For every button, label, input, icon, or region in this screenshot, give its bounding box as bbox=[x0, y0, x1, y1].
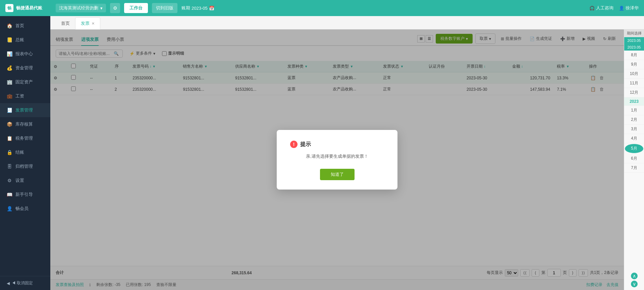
calendar-icon[interactable]: 📅 bbox=[209, 6, 214, 11]
period-panel: 期间选择 2023.05 2023.05 8月 9月 10月 11月 12月 2… bbox=[624, 29, 644, 290]
sidebar-item-inventory[interactable]: 📦 库存核算 bbox=[0, 117, 50, 131]
content-area: 销项发票 进项发票 费用小票 ⊞ ☰ 税务数字账户 ▾ bbox=[50, 29, 624, 290]
member-icon: 👤 bbox=[7, 206, 12, 211]
sidebar-item-closing[interactable]: 🔒 结账 bbox=[0, 145, 50, 159]
topbar-right: 🎧 人工咨询 👤 徐泽华 bbox=[589, 5, 639, 11]
sidebar-item-label: 库存核算 bbox=[15, 121, 33, 127]
alert-dialog: ! 提示 亲,请先选择要生成单据的发票！ 知道了 bbox=[277, 130, 397, 190]
period-panel-title: 期间选择 bbox=[624, 29, 644, 37]
assets-icon: 🏢 bbox=[7, 79, 12, 85]
period-month-6[interactable]: 6月 bbox=[624, 154, 644, 163]
user-avatar-icon: 👤 bbox=[619, 6, 624, 11]
funds-icon: 💰 bbox=[7, 65, 12, 71]
dialog-message: 亲,请先选择要生成单据的发票！ bbox=[306, 153, 368, 159]
sidebar-collapse-btn[interactable]: ◀ ◀ 取消固定 bbox=[0, 276, 50, 290]
company-dropdown-icon: ▾ bbox=[100, 6, 103, 11]
tab-home-label: 首页 bbox=[61, 20, 70, 26]
sidebar-item-label: 工资 bbox=[15, 93, 24, 99]
company-name: 沈海英测试经营勿删 bbox=[59, 5, 98, 11]
app-name: 畅捷通易代账 bbox=[16, 5, 42, 11]
period-month-9[interactable]: 9月 bbox=[624, 60, 644, 69]
sidebar-nav: 🏠 首页 📒 总账 📊 报表中心 💰 资金管理 🏢 固定资产 💼 工资 🧾 发票… bbox=[0, 16, 50, 276]
period-month-11[interactable]: 11月 bbox=[624, 79, 644, 88]
settings-icon: ⚙ bbox=[7, 178, 12, 183]
tax-icon: 📋 bbox=[7, 136, 12, 141]
sidebar-item-funds[interactable]: 💰 资金管理 bbox=[0, 61, 50, 75]
service-btn[interactable]: 🎧 人工咨询 bbox=[589, 5, 613, 11]
service-icon: 🎧 bbox=[589, 6, 595, 11]
period-month-3[interactable]: 3月 bbox=[624, 125, 644, 134]
logo-icon: 畅 bbox=[5, 4, 13, 12]
sidebar-item-archive[interactable]: 🗄 归档管理 bbox=[0, 159, 50, 173]
period-year-2023: 2023 bbox=[624, 97, 644, 106]
sidebar-item-assets[interactable]: 🏢 固定资产 bbox=[0, 75, 50, 89]
app-logo: 畅 畅捷通易代账 bbox=[0, 0, 50, 16]
sidebar-item-label: 设置 bbox=[15, 177, 24, 184]
old-version-btn[interactable]: 切到旧版 bbox=[152, 3, 177, 13]
reports-icon: 📊 bbox=[7, 51, 12, 57]
sidebar: 畅 畅捷通易代账 🏠 首页 📒 总账 📊 报表中心 💰 资金管理 🏢 固定资产 … bbox=[0, 0, 50, 290]
archive-icon: 🗄 bbox=[7, 164, 12, 169]
period-month-7[interactable]: 7月 bbox=[624, 163, 644, 173]
sidebar-item-label: 总账 bbox=[15, 37, 24, 43]
company-selector[interactable]: 沈海英测试经营勿删 ▾ bbox=[56, 4, 106, 12]
topbar: 沈海英测试经营勿删 ▾ ⚙ 工作台 切到旧版 账期 2023-05 📅 🎧 人工… bbox=[50, 0, 644, 16]
sidebar-item-label: 结账 bbox=[15, 149, 24, 155]
dialog-warning-icon: ! bbox=[290, 141, 298, 148]
sidebar-item-label: 发票管理 bbox=[15, 107, 33, 113]
home-icon: 🏠 bbox=[7, 23, 12, 28]
period-scroll-down[interactable]: ∨ bbox=[631, 281, 638, 287]
period-month-8[interactable]: 8月 bbox=[624, 51, 644, 60]
period-year-2022b: 2023.05 bbox=[624, 44, 644, 51]
tab-home[interactable]: 首页 bbox=[56, 18, 75, 29]
period-scroll-up[interactable]: ∧ bbox=[631, 273, 638, 279]
inventory-icon: 📦 bbox=[7, 122, 12, 127]
sidebar-item-tax[interactable]: 📋 税务管理 bbox=[0, 131, 50, 145]
period-month-5[interactable]: 5月 bbox=[625, 144, 643, 153]
sidebar-item-ledger[interactable]: 📒 总账 bbox=[0, 33, 50, 47]
sidebar-item-invoice[interactable]: 🧾 发票管理 bbox=[0, 103, 50, 117]
sidebar-item-label: 报表中心 bbox=[15, 51, 33, 57]
sidebar-item-member[interactable]: 👤 畅会员 bbox=[0, 202, 50, 216]
sidebar-item-settings[interactable]: ⚙ 设置 bbox=[0, 173, 50, 188]
period-month-4[interactable]: 4月 bbox=[624, 134, 644, 143]
period-year-2022: 2023.05 bbox=[624, 37, 644, 44]
sidebar-item-payroll[interactable]: 💼 工资 bbox=[0, 89, 50, 103]
sidebar-item-reports[interactable]: 📊 报表中心 bbox=[0, 47, 50, 61]
period-month-10[interactable]: 10月 bbox=[624, 69, 644, 79]
sidebar-item-guide[interactable]: 📖 新手引导 bbox=[0, 188, 50, 202]
tab-invoice[interactable]: 发票 ✕ bbox=[75, 17, 100, 29]
dialog-title: 提示 bbox=[300, 141, 311, 148]
sidebar-item-label: 归档管理 bbox=[15, 163, 33, 169]
period-month-12[interactable]: 12月 bbox=[624, 88, 644, 97]
sidebar-item-home[interactable]: 🏠 首页 bbox=[0, 19, 50, 33]
dialog-title-row: ! 提示 bbox=[290, 141, 311, 148]
company-settings-btn[interactable]: ⚙ bbox=[110, 3, 120, 13]
collapse-icon: ◀ bbox=[7, 281, 10, 286]
ledger-icon: 📒 bbox=[7, 37, 12, 43]
main-area: 沈海英测试经营勿删 ▾ ⚙ 工作台 切到旧版 账期 2023-05 📅 🎧 人工… bbox=[50, 0, 644, 290]
tabbar: 首页 发票 ✕ bbox=[50, 16, 644, 29]
settings-icon: ⚙ bbox=[113, 5, 117, 11]
guide-icon: 📖 bbox=[7, 192, 12, 197]
dialog-confirm-btn[interactable]: 知道了 bbox=[320, 169, 355, 180]
period-month-2[interactable]: 2月 bbox=[624, 115, 644, 125]
closing-icon: 🔒 bbox=[7, 150, 12, 155]
sidebar-item-label: 畅会员 bbox=[15, 206, 29, 212]
period-month-1[interactable]: 1月 bbox=[624, 106, 644, 115]
payroll-icon: 💼 bbox=[7, 93, 12, 99]
period-display: 账期 2023-05 📅 bbox=[181, 5, 214, 11]
sidebar-item-label: 税务管理 bbox=[15, 135, 33, 141]
user-menu[interactable]: 👤 徐泽华 bbox=[619, 5, 639, 11]
dialog-overlay: ! 提示 亲,请先选择要生成单据的发票！ 知道了 bbox=[50, 29, 624, 290]
tab-invoice-label: 发票 bbox=[81, 20, 90, 26]
invoice-icon: 🧾 bbox=[7, 107, 12, 113]
sidebar-item-label: 首页 bbox=[15, 23, 24, 29]
workspace-btn[interactable]: 工作台 bbox=[124, 3, 148, 13]
sidebar-item-label: 资金管理 bbox=[15, 65, 33, 71]
sidebar-item-label: 固定资产 bbox=[15, 79, 33, 85]
sidebar-item-label: 新手引导 bbox=[15, 192, 33, 198]
tab-invoice-close[interactable]: ✕ bbox=[92, 21, 95, 26]
